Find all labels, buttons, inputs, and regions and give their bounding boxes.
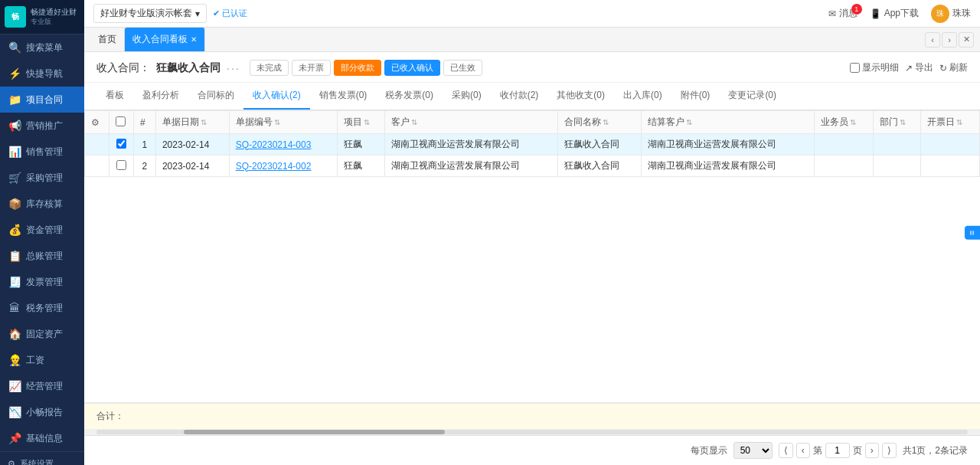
sidebar-item-固定资产[interactable]: 🏠固定资产 bbox=[0, 321, 84, 347]
sidebar-item-小畅报告[interactable]: 📉小畅报告 bbox=[0, 399, 84, 425]
col-number[interactable]: 单据编号⇅ bbox=[229, 111, 337, 134]
sidebar-item-资金管理[interactable]: 💰资金管理 bbox=[0, 217, 84, 243]
sub-tab-附件[interactable]: 附件(0) bbox=[671, 83, 720, 110]
nav-label: 资金管理 bbox=[26, 224, 63, 237]
status-btn-未开票[interactable]: 未开票 bbox=[292, 60, 331, 76]
sidebar-item-搜索菜单[interactable]: 🔍搜索菜单 bbox=[0, 34, 84, 61]
col-invoice_date[interactable]: 开票日⇅ bbox=[921, 111, 980, 134]
sidebar-item-项目合同[interactable]: 📁项目合同 bbox=[0, 87, 84, 113]
table-cell bbox=[814, 134, 873, 156]
sub-tab-税务发票[interactable]: 税务发票(0) bbox=[376, 83, 443, 110]
export-button[interactable]: ↗ 导出 bbox=[905, 61, 933, 74]
col-salesman[interactable]: 业务员⇅ bbox=[814, 111, 873, 134]
show-detail-toggle[interactable]: 显示明细 bbox=[850, 61, 899, 74]
col-settings[interactable]: ⚙ bbox=[85, 111, 109, 134]
pagination: 每页显示 50 20 100 ⟨ ‹ 第 页 › ⟩ 共1页，2条记录 bbox=[84, 435, 980, 465]
sub-tab-收付款[interactable]: 收付款(2) bbox=[491, 83, 548, 110]
nav-icon: 🛒 bbox=[8, 171, 21, 185]
right-float-button[interactable]: ≡ bbox=[965, 225, 980, 239]
page-last-button[interactable]: ⟩ bbox=[882, 443, 897, 458]
contract-header: 收入合同： 狂飙收入合同 ··· 未完成未开票部分收款已收入确认已生效 显示明细… bbox=[84, 52, 980, 83]
horizontal-scrollbar[interactable] bbox=[84, 429, 980, 435]
col-customer[interactable]: 客户⇅ bbox=[385, 111, 558, 134]
sidebar-item-工资[interactable]: 👷工资 bbox=[0, 347, 84, 373]
message-badge: 1 bbox=[851, 4, 862, 15]
more-options-icon[interactable]: ··· bbox=[227, 62, 240, 74]
sidebar-item-基础信息[interactable]: 📌基础信息 bbox=[0, 425, 84, 451]
sub-tab-看板[interactable]: 看板 bbox=[96, 83, 133, 110]
record-link[interactable]: SQ-20230214-003 bbox=[236, 139, 312, 150]
sub-tab-收入确认[interactable]: 收入确认(2) bbox=[243, 83, 310, 110]
sidebar-item-发票管理[interactable]: 🧾发票管理 bbox=[0, 269, 84, 295]
select-all-checkbox[interactable] bbox=[116, 116, 126, 126]
user-menu[interactable]: 珠 珠珠 bbox=[931, 5, 971, 23]
message-action[interactable]: ✉ 消息 1 bbox=[828, 7, 858, 20]
tab-nav-prev[interactable]: ‹ bbox=[925, 32, 940, 47]
status-btn-已生效[interactable]: 已生效 bbox=[443, 60, 482, 76]
col-date[interactable]: 单据日期⇅ bbox=[155, 111, 229, 134]
col-contract_name[interactable]: 合同名称⇅ bbox=[558, 111, 642, 134]
tab-close-icon[interactable]: ✕ bbox=[191, 35, 197, 44]
sidebar-item-settings[interactable]: ⚙ 系统设置 bbox=[0, 452, 84, 465]
nav-label: 发票管理 bbox=[26, 276, 63, 289]
tab-contract-label: 收入合同看板 bbox=[132, 33, 188, 46]
nav-label: 采购管理 bbox=[26, 172, 63, 185]
table-settings-icon[interactable]: ⚙ bbox=[91, 117, 100, 128]
page-prev-button[interactable]: ‹ bbox=[796, 443, 810, 458]
sidebar-item-采购管理[interactable]: 🛒采购管理 bbox=[0, 165, 84, 191]
sidebar-item-税务管理[interactable]: 🏛税务管理 bbox=[0, 295, 84, 321]
sub-tab-变更记录[interactable]: 变更记录(0) bbox=[719, 83, 786, 110]
per-page-select[interactable]: 50 20 100 bbox=[733, 442, 773, 459]
sub-tab-合同标的[interactable]: 合同标的 bbox=[188, 83, 243, 110]
sub-tab-出入库[interactable]: 出入库(0) bbox=[614, 83, 671, 110]
app-download-action[interactable]: 📱 App下载 bbox=[870, 7, 919, 20]
col-project[interactable]: 项目⇅ bbox=[337, 111, 384, 134]
brand-name: 畅捷通好业财 bbox=[31, 7, 77, 17]
show-detail-checkbox[interactable] bbox=[850, 63, 860, 73]
page-first-button[interactable]: ⟨ bbox=[779, 443, 793, 458]
topbar-left: 好业财专业版演示帐套 ▾ ✔ 已认证 bbox=[93, 4, 247, 23]
table-cell: 2023-02-14 bbox=[155, 134, 229, 156]
company-selector[interactable]: 好业财专业版演示帐套 ▾ bbox=[93, 4, 207, 23]
table-row[interactable]: 22023-02-14SQ-20230214-002狂飙湖南卫视商业运营发展有限… bbox=[85, 156, 980, 177]
sidebar-item-销售管理[interactable]: 📊销售管理 bbox=[0, 139, 84, 165]
tab-nav-next[interactable]: › bbox=[942, 32, 957, 47]
page-next-button[interactable]: › bbox=[865, 443, 879, 458]
col-department[interactable]: 部门⇅ bbox=[873, 111, 920, 134]
status-btn-已收入确认[interactable]: 已收入确认 bbox=[384, 60, 440, 76]
refresh-button[interactable]: ↻ 刷新 bbox=[939, 61, 968, 74]
sidebar-nav: 🔍搜索菜单⚡快捷导航📁项目合同📢营销推广📊销售管理🛒采购管理📦库存核算💰资金管理… bbox=[0, 34, 84, 451]
sidebar-item-总账管理[interactable]: 📋总账管理 bbox=[0, 243, 84, 269]
col-result_customer[interactable]: 结算客户⇅ bbox=[641, 111, 814, 134]
tab-home[interactable]: 首页 bbox=[90, 28, 125, 51]
sort-icon: ⇅ bbox=[364, 118, 370, 126]
sidebar-item-营销推广[interactable]: 📢营销推广 bbox=[0, 113, 84, 139]
sort-icon: ⇅ bbox=[956, 118, 962, 126]
total-info: 共1页，2条记录 bbox=[903, 444, 968, 457]
sub-tab-盈利分析[interactable]: 盈利分析 bbox=[133, 83, 188, 110]
table-row[interactable]: 12023-02-14SQ-20230214-003狂飙湖南卫视商业运营发展有限… bbox=[85, 134, 980, 156]
status-btn-未完成[interactable]: 未完成 bbox=[250, 60, 289, 76]
page-input[interactable] bbox=[825, 443, 850, 458]
record-link[interactable]: SQ-20230214-002 bbox=[236, 161, 312, 172]
sub-tab-采购[interactable]: 采购(0) bbox=[443, 83, 491, 110]
brand-sub: 专业版 bbox=[31, 17, 77, 27]
tab-nav-close[interactable]: ✕ bbox=[959, 32, 974, 47]
sub-tab-销售发票[interactable]: 销售发票(0) bbox=[310, 83, 377, 110]
nav-icon: 🧾 bbox=[8, 275, 21, 289]
sidebar-item-经营管理[interactable]: 📈经营管理 bbox=[0, 373, 84, 399]
nav-icon: 📢 bbox=[8, 119, 21, 133]
row-checkbox[interactable] bbox=[116, 139, 126, 149]
sort-icon: ⇅ bbox=[201, 118, 207, 126]
row-checkbox[interactable] bbox=[116, 160, 126, 170]
tab-contract-board[interactable]: 收入合同看板 ✕ bbox=[125, 28, 205, 51]
sidebar-item-库存核算[interactable]: 📦库存核算 bbox=[0, 191, 84, 217]
table-cell bbox=[921, 156, 980, 177]
nav-icon: 💰 bbox=[8, 223, 21, 237]
sub-tab-其他收支[interactable]: 其他收支(0) bbox=[547, 83, 614, 110]
scrollbar-thumb[interactable] bbox=[184, 430, 445, 434]
status-btn-部分收款[interactable]: 部分收款 bbox=[334, 60, 381, 76]
nav-icon: 📉 bbox=[8, 405, 21, 419]
refresh-label: 刷新 bbox=[949, 61, 968, 74]
sidebar-item-快捷导航[interactable]: ⚡快捷导航 bbox=[0, 61, 84, 87]
